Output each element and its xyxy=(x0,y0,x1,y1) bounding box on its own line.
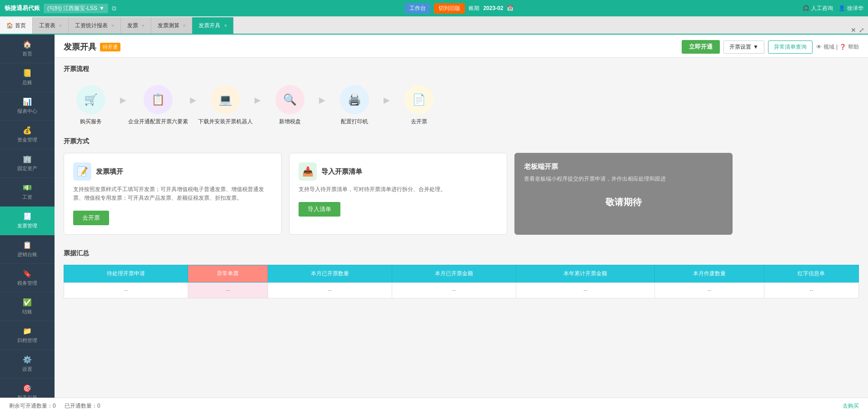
page-footer: 剩余可开通数量：0 已开通数量：0 去购买 xyxy=(0,398,868,414)
flow-section: 开票流程 🛒 购买服务 ▶ 📋 企业开通配置开票六要素 ▶ 💻 下载并安装开票机… xyxy=(55,58,868,137)
val-anomaly: -- xyxy=(188,283,268,298)
method-card-boss: 老板端开票 查看老板端小程序提交的开票申请，并作出相应处理和跟进 敬请期待 xyxy=(514,153,733,235)
company-selector[interactable]: (勾到) 江西服宝-LSS ▼ xyxy=(44,4,108,13)
buy-link[interactable]: 去购买 xyxy=(843,402,859,410)
sidebar: 🏠 首页 📒 总账 📊 报表中心 💰 资金管理 🏢 固定资产 💵 工资 🧾 发票… xyxy=(0,35,55,398)
nav-tabs: 🏠 首页 工资表 × 工资统计报表 × 发票 × 发票测算 × 发票开具 × ✕… xyxy=(0,16,868,35)
activate-button[interactable]: 立即开通 xyxy=(682,40,720,54)
tab-close-invoice-calc[interactable]: × xyxy=(183,23,186,28)
sidebar-item-capital[interactable]: 💰 资金管理 xyxy=(0,121,55,149)
method-card-import: 📥 导入开票清单 支持导入待开票清单，可对待开票清单进行拆分、合并处理。 导入清… xyxy=(289,153,507,235)
tab-home[interactable]: 🏠 首页 xyxy=(0,17,33,34)
tax-icon: 🔖 xyxy=(23,269,32,278)
settings-button[interactable]: 开票设置 ▼ xyxy=(723,40,764,54)
col-pending: 待处理开票申请 xyxy=(64,265,188,283)
sidebar-item-reports[interactable]: 📊 报表中心 xyxy=(0,92,55,121)
sidebar-item-invoice-mgmt[interactable]: 🧾 发票管理 xyxy=(0,207,55,235)
tab-invoice[interactable]: 发票 × xyxy=(121,17,151,34)
top-bar-right: 🎧 人工咨询 👤 徐泽华 xyxy=(803,5,863,12)
period-label: 账期 xyxy=(469,5,479,12)
service-button[interactable]: 🎧 人工咨询 xyxy=(803,5,833,12)
sidebar-item-settings[interactable]: ⚙️ 设置 xyxy=(0,350,55,379)
top-bar-center: 工作台 切到旧版 账期 2023-02 📅 xyxy=(405,3,514,14)
period-value: 2023-02 xyxy=(483,5,503,11)
app-logo: 畅捷通易代账 xyxy=(5,4,40,12)
sidebar-item-archive[interactable]: 📁 归档管理 xyxy=(0,321,55,350)
val-year-amount: -- xyxy=(516,283,654,298)
anomaly-button[interactable]: 异常清单查询 xyxy=(768,40,813,54)
flow-step-taxdisk[interactable]: 🔍 新增税盘 xyxy=(263,85,317,126)
flow-steps: 🛒 购买服务 ▶ 📋 企业开通配置开票六要素 ▶ 💻 下载并安装开票机器人 ▶ … xyxy=(64,81,859,130)
arrow-5: ▶ xyxy=(384,95,390,105)
status-badge: 待开通 xyxy=(100,43,120,51)
import-list-button[interactable]: 导入清单 xyxy=(299,202,340,217)
methods-title: 开票方式 xyxy=(64,137,859,146)
reports-icon: 📊 xyxy=(23,97,32,106)
go-issue-button[interactable]: 去开票 xyxy=(73,211,109,225)
copy-icon[interactable]: ⧉ xyxy=(112,5,116,12)
val-red-info: -- xyxy=(764,283,858,298)
invoice-mgmt-icon: 🧾 xyxy=(23,212,32,221)
flow-step-download[interactable]: 💻 下载并安装开票机器人 xyxy=(198,85,253,126)
user-icon: 👤 xyxy=(838,5,845,11)
tab-controls: ✕ ⤢ xyxy=(851,26,868,34)
tab-close-invoice[interactable]: × xyxy=(142,23,145,28)
calendar-icon[interactable]: 📅 xyxy=(507,5,514,11)
purchase-sales-icon: 📋 xyxy=(23,241,32,249)
page-header: 发票开具 待开通 立即开通 开票设置 ▼ 异常清单查询 👁 视域 | ❓ 帮助 xyxy=(55,35,868,58)
tab-invoice-calc[interactable]: 发票测算 × xyxy=(151,17,193,34)
sidebar-item-guide[interactable]: 🎯 新手引导 xyxy=(0,379,55,398)
flow-step-buy[interactable]: 🛒 购买服务 xyxy=(64,85,118,126)
col-today-count: 本月已开票数量 xyxy=(268,265,392,283)
tab-salary-stats[interactable]: 工资统计报表 × xyxy=(69,17,121,34)
manual-fill-icon: 📝 xyxy=(73,162,91,181)
summary-table: 待处理开票申请 异常单票 本月已开票数量 本月已开票金额 本年累计开票金额 本月… xyxy=(64,265,859,298)
sidebar-item-ledger[interactable]: 📒 总账 xyxy=(0,63,55,92)
sidebar-item-purchase-sales[interactable]: 📋 进销台账 xyxy=(0,235,55,264)
tab-close-salary-stats[interactable]: × xyxy=(111,23,114,28)
coming-soon-label: 敬请期待 xyxy=(524,196,723,208)
eye-icon: 👁 xyxy=(816,44,822,50)
close-all-icon[interactable]: ✕ xyxy=(851,26,856,34)
sidebar-item-salary[interactable]: 💵 工资 xyxy=(0,178,55,207)
val-pending: -- xyxy=(64,283,188,298)
sidebar-item-tax[interactable]: 🔖 税务管理 xyxy=(0,264,55,293)
col-void-count: 本月作废数量 xyxy=(655,265,764,283)
user-menu[interactable]: 👤 徐泽华 xyxy=(838,5,863,12)
footer-info: 剩余可开通数量：0 已开通数量：0 xyxy=(9,402,100,410)
config-icon: 📋 xyxy=(144,85,173,114)
flow-step-issue[interactable]: 📄 去开票 xyxy=(392,85,446,126)
tab-close-salary[interactable]: × xyxy=(59,23,62,28)
tab-invoice-issue[interactable]: 发票开具 × xyxy=(192,17,234,34)
sidebar-item-settlement[interactable]: ✅ 结账 xyxy=(0,293,55,321)
val-void-count: -- xyxy=(655,283,764,298)
col-today-amount: 本月已开票金额 xyxy=(392,265,516,283)
top-bar: 畅捷通易代账 (勾到) 江西服宝-LSS ▼ ⧉ 工作台 切到旧版 账期 202… xyxy=(0,0,868,16)
col-anomaly: 异常单票 xyxy=(188,265,268,283)
col-year-amount: 本年累计开票金额 xyxy=(516,265,654,283)
tab-close-invoice-issue[interactable]: × xyxy=(224,23,227,28)
method-boss-header: 老板端开票 xyxy=(524,162,723,171)
import-icon: 📥 xyxy=(299,162,317,181)
top-bar-left: 畅捷通易代账 (勾到) 江西服宝-LSS ▼ ⧉ xyxy=(5,4,116,13)
val-today-amount: -- xyxy=(392,283,516,298)
sidebar-item-assets[interactable]: 🏢 固定资产 xyxy=(0,149,55,178)
sidebar-item-home[interactable]: 🏠 首页 xyxy=(0,35,55,63)
summary-section: 票据汇总 待处理开票申请 异常单票 本月已开票数量 本月已开票金额 本年累计开票… xyxy=(55,249,868,306)
flow-step-config[interactable]: 📋 企业开通配置开票六要素 xyxy=(128,85,188,126)
chevron-down-icon: ▼ xyxy=(753,44,758,50)
archive-icon: 📁 xyxy=(23,327,32,335)
arrow-2: ▶ xyxy=(190,95,196,105)
col-red-info: 红字信息单 xyxy=(764,265,858,283)
flow-step-printer[interactable]: 🖨️ 配置打印机 xyxy=(327,85,382,126)
tab-salary[interactable]: 工资表 × xyxy=(33,17,69,34)
help-icon: ❓ xyxy=(839,44,846,50)
workspace-button[interactable]: 工作台 xyxy=(405,3,430,14)
switch-old-button[interactable]: 切到旧版 xyxy=(434,3,465,14)
arrow-4: ▶ xyxy=(319,95,325,105)
methods-section: 开票方式 📝 发票填开 支持按照发票样式手工填写开发票；可开具增值税电子普通发票… xyxy=(55,137,868,249)
flow-title: 开票流程 xyxy=(64,65,859,73)
methods-row: 📝 发票填开 支持按照发票样式手工填写开发票；可开具增值税电子普通发票、增值税普… xyxy=(64,153,859,235)
expand-icon[interactable]: ⤢ xyxy=(859,26,864,34)
issue-icon: 📄 xyxy=(404,85,434,114)
